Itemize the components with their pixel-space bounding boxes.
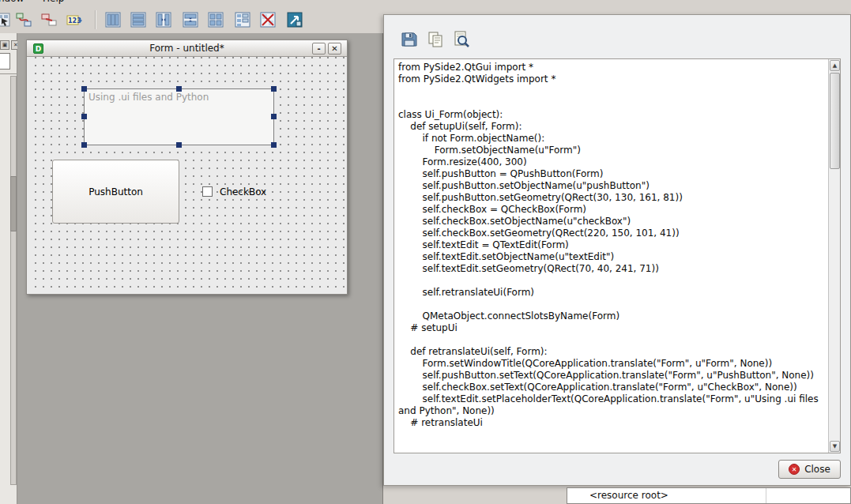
selection-handle-bottom-center[interactable] — [176, 142, 182, 148]
layout-horizontal-icon[interactable] — [104, 10, 122, 29]
dock-scrollbar-thumb[interactable] — [10, 176, 17, 231]
qt-designer-window: Window Help 123 ▣ ✕ — [0, 0, 851, 504]
textedit-widget[interactable]: Using .ui files and Python — [84, 88, 274, 145]
copy-all-icon[interactable] — [426, 30, 445, 49]
checkbox-widget[interactable]: CheckBox — [202, 175, 282, 208]
edit-buddies-icon[interactable] — [40, 10, 58, 29]
resource-root-item[interactable]: <resource root> — [589, 490, 668, 501]
form-titlebar[interactable]: D Form - untitled* - ✕ — [27, 40, 347, 57]
selection-handle-top-left[interactable] — [81, 86, 87, 92]
form-minimize-button[interactable]: - — [312, 43, 326, 55]
selection-handle-top-right[interactable] — [271, 86, 277, 92]
close-red-icon: ✕ — [789, 464, 800, 475]
resource-column-divider — [766, 488, 766, 503]
close-button-label: Close — [804, 464, 830, 475]
code-view[interactable]: from PySide2.QtGui import * from PySide2… — [393, 58, 841, 453]
resource-browser-panel: <resource root> — [567, 487, 851, 504]
code-scrollbar-thumb[interactable] — [830, 73, 840, 169]
form-title: Form - untitled* — [27, 43, 347, 54]
python-code-text: from PySide2.QtGui import * from PySide2… — [398, 62, 827, 429]
pushbutton-widget[interactable]: PushButton — [52, 160, 179, 224]
selection-handle-top-center[interactable] — [176, 86, 182, 92]
layout-horizontal-splitter-icon[interactable] — [154, 10, 173, 29]
layout-vertical-splitter-icon[interactable] — [181, 10, 200, 29]
find-icon[interactable] — [452, 30, 471, 49]
toolbar-separator — [95, 10, 96, 29]
textedit-placeholder: Using .ui files and Python — [88, 92, 209, 103]
form-window: D Form - untitled* - ✕ Using .ui files a… — [26, 39, 348, 295]
menu-help[interactable]: Help — [43, 0, 64, 4]
selection-handle-middle-right[interactable] — [271, 114, 277, 119]
edit-signals-slots-icon[interactable] — [14, 10, 33, 29]
code-viewer-dialog: from PySide2.QtGui import * from PySide2… — [383, 14, 851, 486]
dock-filter-input[interactable] — [0, 53, 10, 70]
scroll-down-icon[interactable]: ▼ — [830, 441, 840, 452]
checkbox-indicator[interactable] — [202, 186, 213, 197]
save-icon[interactable] — [400, 30, 419, 49]
selection-handle-bottom-left[interactable] — [81, 142, 87, 148]
checkbox-label: CheckBox — [220, 186, 266, 197]
dock-scrollbar-track[interactable] — [10, 76, 17, 485]
break-layout-icon[interactable] — [258, 10, 277, 29]
form-canvas[interactable]: Using .ui files and Python PushButton Ch… — [28, 57, 345, 292]
code-scrollbar[interactable]: ▲ ▼ — [828, 59, 840, 453]
dock-float-icon[interactable]: ▣ — [0, 40, 9, 50]
layout-form-icon[interactable] — [233, 10, 252, 29]
close-button[interactable]: ✕ Close — [778, 460, 841, 479]
mdi-area: D Form - untitled* - ✕ Using .ui files a… — [17, 33, 383, 504]
edit-widgets-icon[interactable] — [0, 10, 13, 29]
selection-handle-bottom-right[interactable] — [271, 142, 277, 148]
edit-tab-order-icon[interactable]: 123 — [65, 10, 84, 29]
layout-vertical-icon[interactable] — [129, 10, 148, 29]
adjust-size-icon[interactable] — [285, 10, 304, 29]
selection-handle-middle-left[interactable] — [81, 114, 87, 119]
layout-grid-icon[interactable] — [206, 10, 225, 29]
menu-window[interactable]: Window — [0, 0, 24, 4]
dock-divider — [0, 73, 17, 74]
form-close-button[interactable]: ✕ — [328, 43, 341, 55]
scroll-up-icon[interactable]: ▲ — [830, 60, 840, 71]
